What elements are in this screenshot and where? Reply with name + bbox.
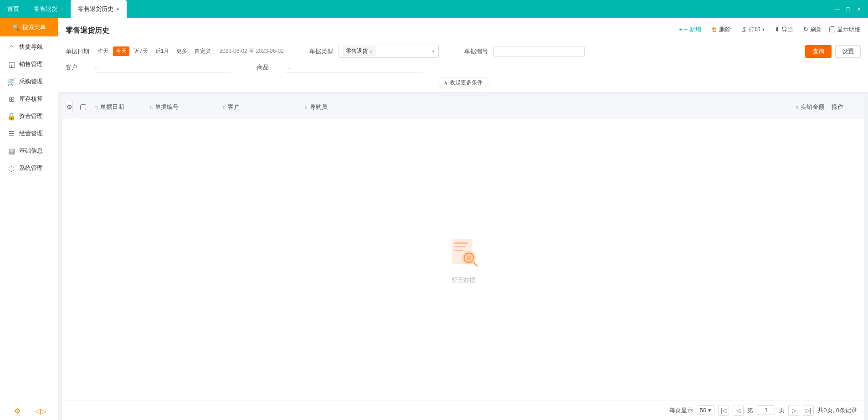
th-guide-label: 导购员	[310, 103, 328, 111]
finance-icon: 🔒	[7, 112, 15, 120]
tab-retail-return-history-close[interactable]: ×	[116, 6, 119, 12]
tab-retail-return-label: 零售退货	[34, 5, 57, 13]
prev-page-button[interactable]: ◁	[733, 405, 744, 416]
tab-retail-return[interactable]: 零售退货 ×	[26, 0, 71, 18]
table-body: 暂无数据	[62, 118, 864, 400]
date-range-display: 2023-06-02 至 2023-06-02	[219, 47, 283, 55]
total-text: 共0页, 0条记录	[817, 406, 857, 415]
sidebar-search[interactable]: 🔍 搜索菜单	[0, 18, 58, 36]
sidebar-item-purchase-mgmt[interactable]: 🛒 采购管理	[0, 73, 58, 90]
settings-button[interactable]: 设置	[835, 45, 861, 58]
sidebar-item-finance[interactable]: 🔒 资金管理	[0, 108, 58, 125]
maximize-button[interactable]: □	[844, 5, 852, 13]
goods-input[interactable]	[286, 62, 423, 72]
sidebar-item-system-mgmt[interactable]: ◌ 系统管理	[0, 159, 58, 177]
doc-type-tag-remove[interactable]: ×	[370, 49, 372, 54]
sidebar-menu: ⌂ 快捷导航 ◱ 销售管理 🛒 采购管理 ⊞ 库存核算 🔒 资金管理 ☰ 经营管	[0, 36, 58, 402]
table-header: ⚙ ⇅ 单据日期 ⇅ 单据编号 ⇅ 客户	[62, 96, 864, 118]
th-spacer	[374, 96, 773, 118]
empty-state: 暂无数据	[445, 234, 482, 284]
customer-input[interactable]	[95, 62, 231, 72]
purchase-mgmt-icon: 🛒	[7, 77, 15, 86]
tab-retail-return-close[interactable]: ×	[60, 6, 63, 12]
first-page-button[interactable]: |◁	[718, 405, 729, 416]
select-all-checkbox[interactable]	[80, 104, 86, 110]
shortcut-1month[interactable]: 近1月	[153, 46, 172, 56]
th-amount[interactable]: ⇅ 实销金额	[773, 96, 828, 118]
filter-doc-type: 单据类型 零售退货 × ▾	[309, 45, 439, 58]
search-icon: 🔍	[12, 24, 20, 31]
sidebar-audio-button[interactable]: ◁▷	[34, 405, 47, 418]
th-doc-number[interactable]: ⇅ 单据编号	[146, 96, 219, 118]
export-label: 导出	[781, 26, 793, 34]
filter-row-1: 单据日期 昨天 今天 近7天 近1月 更多 自定义 2023-06-02 至 2…	[66, 45, 861, 58]
next-page-button[interactable]: ▷	[788, 405, 799, 416]
page-size-label: 每页显示	[669, 406, 693, 415]
page-label: 页	[779, 406, 785, 415]
th-checkbox[interactable]	[77, 96, 91, 118]
header-actions: + + 新增 🗑 删除 🖨 打印 ▾ ⬇ 导出 ↻	[676, 24, 861, 38]
inventory-icon: ⊞	[7, 95, 15, 103]
show-detail-checkbox[interactable]: 显示明细	[829, 26, 861, 34]
empty-state-icon	[445, 234, 482, 271]
close-button[interactable]: ×	[855, 5, 863, 13]
query-button[interactable]: 查询	[805, 45, 832, 58]
export-button[interactable]: ⬇ 导出	[772, 24, 796, 36]
gear-icon: ⚙	[67, 103, 72, 111]
page-size-select[interactable]: 50 ▾	[697, 405, 714, 415]
shortcut-7days[interactable]: 近7天	[131, 46, 151, 56]
sidebar-item-basic-info-label: 基础信息	[19, 147, 43, 155]
pagination: 每页显示 50 ▾ |◁ ◁ 第 页 ▷ ▷| 共0页, 0条记录	[62, 400, 864, 420]
new-label: + 新增	[684, 26, 701, 34]
th-customer[interactable]: ⇅ 客户	[219, 96, 301, 118]
shortcut-yesterday[interactable]: 昨天	[95, 46, 111, 56]
page-word: 第	[747, 406, 753, 415]
last-page-button[interactable]: ▷|	[803, 405, 814, 416]
page-size-value: 50	[700, 407, 706, 414]
new-button[interactable]: + + 新增	[676, 24, 704, 36]
refresh-button[interactable]: ↻ 刷新	[801, 24, 825, 36]
current-page-input[interactable]	[757, 405, 775, 415]
sidebar-item-operations-label: 经营管理	[19, 129, 43, 138]
top-bar: 首页 零售退货 × 零售退货历史 × — □ ×	[0, 0, 868, 18]
main-content: 零售退货历史 + + 新增 🗑 删除 🖨 打印 ▾ ⬇ 导出	[58, 18, 868, 420]
quick-nav-icon: ⌂	[7, 43, 15, 51]
filter-goods: 商品	[257, 62, 423, 72]
sidebar: 🔍 搜索菜单 ⌂ 快捷导航 ◱ 销售管理 🛒 采购管理 ⊞ 库存核算 🔒 资	[0, 18, 58, 420]
svg-rect-2	[454, 246, 466, 247]
th-doc-number-label: 单据编号	[155, 103, 179, 111]
filter-doc-number: 单据编号	[464, 46, 585, 56]
th-customer-label: 客户	[228, 103, 240, 111]
sidebar-item-operations[interactable]: ☰ 经营管理	[0, 125, 58, 142]
th-guide[interactable]: ⇅ 导购员	[301, 96, 374, 118]
sidebar-bottom: ⚙ ◁▷	[0, 402, 58, 420]
shortcut-today[interactable]: 今天	[113, 46, 129, 56]
delete-button[interactable]: 🗑 删除	[709, 24, 734, 36]
doc-type-input[interactable]: 零售退货 × ▾	[339, 45, 439, 58]
sidebar-settings-button[interactable]: ⚙	[11, 405, 24, 418]
shortcut-more[interactable]: 更多	[174, 46, 190, 56]
new-icon: +	[679, 26, 683, 33]
sidebar-item-system-mgmt-label: 系统管理	[19, 164, 43, 172]
shortcut-custom[interactable]: 自定义	[192, 46, 214, 56]
sort-amount-icon: ⇅	[795, 105, 799, 110]
tab-home[interactable]: 首页	[0, 0, 26, 18]
sidebar-item-basic-info[interactable]: ▦ 基础信息	[0, 142, 58, 159]
sidebar-item-purchase-mgmt-label: 采购管理	[19, 77, 43, 86]
column-settings-button[interactable]: ⚙	[66, 101, 73, 113]
doc-number-input[interactable]	[493, 46, 585, 56]
sidebar-item-sales-mgmt[interactable]: ◱ 销售管理	[0, 56, 58, 73]
doc-type-dropdown-icon[interactable]: ▾	[432, 48, 435, 55]
th-doc-date[interactable]: ⇅ 单据日期	[91, 96, 146, 118]
window-controls: — □ ×	[833, 5, 868, 13]
collapse-button[interactable]: ∧ 收起更多条件	[438, 77, 488, 88]
th-doc-date-label: 单据日期	[100, 103, 124, 111]
show-detail-input[interactable]	[829, 26, 835, 32]
tab-retail-return-history[interactable]: 零售退货历史 ×	[71, 0, 127, 18]
print-button[interactable]: 🖨 打印 ▾	[738, 24, 767, 36]
sidebar-item-inventory[interactable]: ⊞ 库存核算	[0, 90, 58, 108]
th-settings[interactable]: ⚙	[62, 96, 77, 118]
delete-icon: 🗑	[711, 26, 717, 33]
minimize-button[interactable]: —	[833, 5, 841, 13]
sidebar-item-quick-nav[interactable]: ⌂ 快捷导航	[0, 38, 58, 56]
